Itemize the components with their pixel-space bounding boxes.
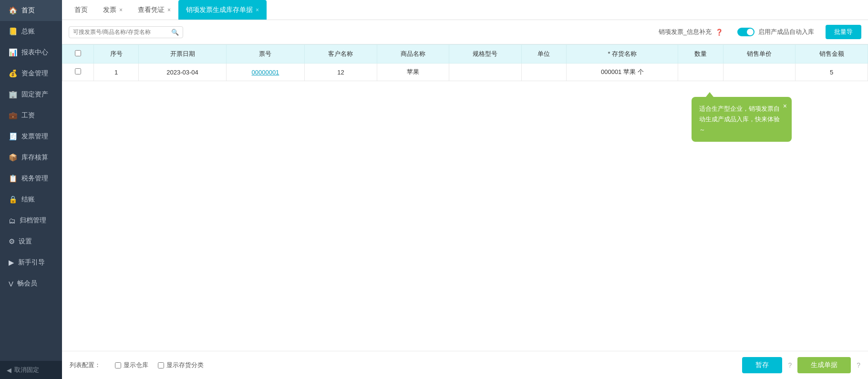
tab-home[interactable]: 首页 — [67, 0, 95, 20]
content-area: 🔍 销项发票_信息补充 ❓ 启用产成品自动入库 批量导 序号开票日期票号客户名称… — [62, 20, 868, 379]
row-seq-0: 1 — [93, 63, 138, 81]
list-config-label: 列表配置： — [70, 361, 101, 369]
sidebar-label-tax: 税务管理 — [21, 174, 48, 183]
tab-label-view-voucher: 查看凭证 — [138, 6, 165, 14]
sidebar-item-tax[interactable]: 📋税务管理 — [0, 168, 62, 189]
bottom-right-actions: 暂存 ? 生成单据 ? — [742, 357, 860, 373]
sidebar-icon-tax: 📋 — [9, 174, 18, 183]
auto-warehouse-toggle[interactable] — [737, 28, 754, 36]
row-number-0[interactable]: 00000001 — [226, 63, 304, 81]
sidebar-label-invoice-mgmt: 发票管理 — [21, 132, 48, 141]
tab-close-invoice[interactable]: × — [119, 7, 123, 13]
sidebar-icon-hr: 💼 — [9, 111, 18, 120]
col-header-number: 票号 — [226, 45, 304, 63]
tab-label-invoice: 发票 — [103, 6, 116, 14]
sidebar-icon-invoice-mgmt: 🧾 — [9, 132, 18, 141]
show-category-check[interactable]: 显示存货分类 — [158, 361, 204, 369]
select-all-checkbox[interactable] — [75, 50, 81, 56]
sidebar-label-closing: 结账 — [21, 195, 35, 204]
toggle-label: 启用产成品自动入库 — [758, 28, 814, 36]
row-spec-0 — [449, 63, 522, 81]
show-warehouse-label: 显示仓库 — [124, 361, 148, 369]
table-wrap: 序号开票日期票号客户名称商品名称规格型号单位* 存货名称数量销售单价销售金额 1… — [62, 44, 868, 351]
sidebar-icon-settings: ⚙ — [9, 237, 15, 246]
tab-bar: 首页发票×查看凭证×销项发票生成库存单据× — [62, 0, 868, 20]
sidebar-item-archive[interactable]: 🗂归档管理 — [0, 210, 62, 231]
sidebar-item-home[interactable]: 🏠首页 — [0, 0, 62, 21]
generate-button[interactable]: 生成单据 — [797, 357, 851, 373]
sidebar-item-inventory[interactable]: 📦库存核算 — [0, 147, 62, 168]
sidebar-item-reports[interactable]: 📊报表中心 — [0, 42, 62, 63]
col-header-qty: 数量 — [678, 45, 723, 63]
data-table: 序号开票日期票号客户名称商品名称规格型号单位* 存货名称数量销售单价销售金额 1… — [62, 44, 868, 81]
row-check-0[interactable] — [75, 68, 81, 74]
col-header-inventory: * 存货名称 — [567, 45, 678, 63]
sidebar-item-hr[interactable]: 💼工资 — [0, 105, 62, 126]
sidebar-item-vip[interactable]: V畅会员 — [0, 273, 62, 294]
generate-help-icon[interactable]: ? — [857, 361, 860, 369]
sidebar-item-fixed-assets[interactable]: 🏢固定资产 — [0, 84, 62, 105]
tab-close-view-voucher[interactable]: × — [167, 7, 171, 13]
bottom-bar: 列表配置： 显示仓库 显示存货分类 暂存 ? 生成单据 ? — [62, 351, 868, 379]
col-header-seq: 序号 — [93, 45, 138, 63]
toolbar: 🔍 销项发票_信息补充 ❓ 启用产成品自动入库 批量导 — [62, 20, 868, 44]
toggle-area: 启用产成品自动入库 — [737, 28, 814, 36]
sidebar-icon-ledger: 📒 — [9, 27, 18, 36]
tooltip-text: 适合生产型企业，销项发票自动生成产成品入库，快来体验～ — [699, 105, 780, 133]
col-header-customer: 客户名称 — [305, 45, 377, 63]
row-unit-0 — [521, 63, 566, 81]
row-checkbox-0[interactable] — [62, 63, 94, 81]
col-header-amount: 销售金额 — [796, 45, 868, 63]
save-help-icon[interactable]: ? — [788, 361, 792, 369]
sidebar-item-guide[interactable]: ▶新手引导 — [0, 252, 62, 273]
tooltip-close-icon[interactable]: × — [783, 101, 787, 112]
info-help-icon[interactable]: ❓ — [715, 29, 723, 36]
sidebar-icon-guide: ▶ — [9, 258, 14, 267]
sidebar-label-hr: 工资 — [21, 111, 35, 120]
unfix-label: 取消固定 — [14, 366, 39, 374]
tab-label-home: 首页 — [74, 6, 88, 14]
search-input[interactable] — [73, 29, 168, 35]
row-product-0: 苹果 — [377, 63, 449, 81]
row-qty-0 — [678, 63, 723, 81]
sidebar-item-closing[interactable]: 🔒结账 — [0, 189, 62, 210]
row-inventory-0: 000001 苹果 个 — [567, 63, 678, 81]
row-amount-0: 5 — [796, 63, 868, 81]
sidebar-item-invoice-mgmt[interactable]: 🧾发票管理 — [0, 126, 62, 147]
sidebar-icon-vip: V — [9, 280, 13, 288]
sidebar-icon-archive: 🗂 — [9, 217, 16, 225]
toolbar-info: 销项发票_信息补充 ❓ — [659, 28, 723, 36]
col-header-date: 开票日期 — [139, 45, 226, 63]
col-header-unit-price: 销售单价 — [723, 45, 796, 63]
show-category-label: 显示存货分类 — [166, 361, 204, 369]
sidebar: 🏠首页📒总账📊报表中心💰资金管理🏢固定资产💼工资🧾发票管理📦库存核算📋税务管理🔒… — [0, 0, 62, 379]
sidebar-item-ledger[interactable]: 📒总账 — [0, 21, 62, 42]
sidebar-label-ledger: 总账 — [21, 27, 35, 36]
sidebar-item-funds[interactable]: 💰资金管理 — [0, 63, 62, 84]
info-label: 销项发票_信息补充 — [659, 28, 712, 36]
search-icon: 🔍 — [171, 29, 179, 36]
tab-sales-invoice[interactable]: 销项发票生成库存单据× — [178, 0, 267, 20]
sidebar-label-archive: 归档管理 — [20, 216, 46, 225]
batch-import-button[interactable]: 批量导 — [826, 25, 861, 39]
col-header-unit: 单位 — [521, 45, 566, 63]
unfix-button[interactable]: ◀ 取消固定 — [0, 361, 62, 379]
category-checkbox[interactable] — [158, 362, 164, 368]
col-header-checkbox — [62, 45, 94, 63]
show-warehouse-check[interactable]: 显示仓库 — [115, 361, 148, 369]
sidebar-item-settings[interactable]: ⚙设置 — [0, 231, 62, 252]
sidebar-label-home: 首页 — [21, 6, 35, 15]
tab-close-sales-invoice[interactable]: × — [256, 7, 259, 13]
row-date-0: 2023-03-04 — [139, 63, 226, 81]
save-button[interactable]: 暂存 — [742, 357, 782, 373]
sidebar-icon-home: 🏠 — [9, 6, 18, 15]
row-customer-0: 12 — [305, 63, 377, 81]
row-unit-price-0 — [723, 63, 796, 81]
sidebar-label-vip: 畅会员 — [17, 279, 37, 288]
search-box[interactable]: 🔍 — [69, 26, 183, 38]
tab-label-sales-invoice: 销项发票生成库存单据 — [186, 6, 253, 14]
warehouse-checkbox[interactable] — [115, 362, 121, 368]
sidebar-label-settings: 设置 — [19, 237, 32, 246]
tab-invoice[interactable]: 发票× — [95, 0, 130, 20]
tab-view-voucher[interactable]: 查看凭证× — [130, 0, 178, 20]
